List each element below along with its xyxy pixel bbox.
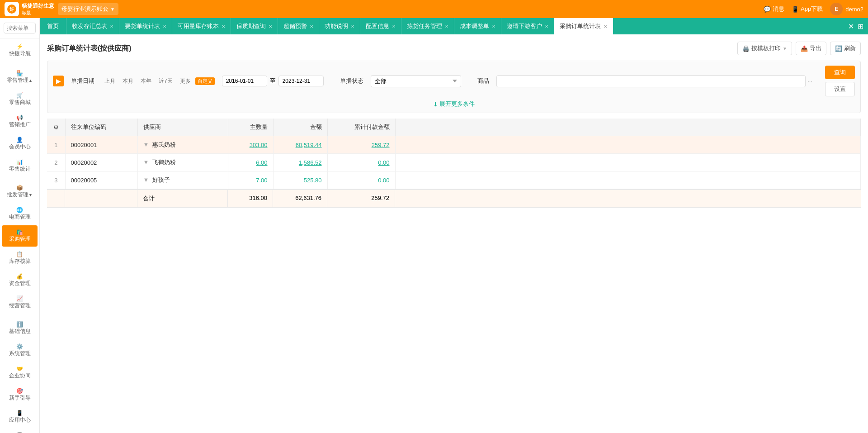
- search-input[interactable]: [4, 23, 36, 33]
- tab-home[interactable]: 首页: [40, 18, 66, 34]
- tab-purchase-close[interactable]: ✕: [604, 24, 607, 29]
- status-select[interactable]: 全部 待审核 已审核: [371, 75, 461, 87]
- tab-warranty-close[interactable]: ✕: [269, 24, 272, 29]
- cell-supplier-2: ▼ 好孩子: [137, 171, 228, 189]
- sidebar-item-inventory[interactable]: 📋 库存核算: [2, 247, 38, 269]
- sidebar-item-finance[interactable]: 💰 资金管理: [2, 270, 38, 291]
- tab-receive-close[interactable]: ✕: [110, 24, 113, 29]
- tab-invite[interactable]: 邀请下游客户 ✕: [501, 18, 554, 34]
- tab-warranty[interactable]: 保质期查询 ✕: [231, 18, 278, 34]
- supplier-expand-icon-2[interactable]: ▼: [143, 176, 149, 183]
- supplier-expand-icon-0[interactable]: ▼: [143, 141, 149, 148]
- sidebar-item-enterprise-wechat[interactable]: 💬 企业微信: [2, 428, 38, 433]
- print-icon: 🖨️: [742, 45, 750, 52]
- sidebar-item-new-guide[interactable]: 🎯 新手引导: [2, 384, 38, 405]
- workspace-label: 母婴行业演示账套: [61, 5, 108, 13]
- shortcut-7days[interactable]: 近7天: [156, 76, 175, 86]
- tab-purchase-summary[interactable]: 采购订单统计表 ✕: [554, 18, 613, 34]
- sidebar-item-purchase-mgmt[interactable]: 🛍️ 采购管理: [2, 225, 38, 247]
- tab-config-info[interactable]: 配置信息 ✕: [360, 18, 401, 34]
- footer-spacer: [395, 190, 861, 207]
- export-button[interactable]: 📤 导出: [796, 42, 826, 55]
- col-header-empty: [395, 119, 861, 136]
- cell-code-1: 00020002: [65, 154, 137, 171]
- top-bar-right: 💬 消息 📱 App下载 E demo2: [764, 3, 863, 15]
- sidebar-item-wholesale[interactable]: 📦 批发管理 ▼: [2, 181, 38, 202]
- tab-requisition-close[interactable]: ✕: [163, 24, 166, 29]
- tab-function-close[interactable]: ✕: [351, 24, 354, 29]
- nav-close-icon[interactable]: ✕: [848, 22, 854, 31]
- cell-amount-2[interactable]: 525.80: [273, 171, 327, 189]
- tab-picking-close[interactable]: ✕: [445, 24, 448, 29]
- sidebar-item-sys-mgmt[interactable]: ⚙️ 系统管理: [2, 340, 38, 361]
- sidebar-item-retail-stats[interactable]: 📊 零售统计: [2, 155, 38, 176]
- sidebar-item-member-center[interactable]: 👤 会员中心: [2, 133, 38, 154]
- expand-button[interactable]: ⬇ 展开更多条件: [433, 100, 475, 108]
- purchase-icon: 🛍️: [4, 229, 36, 235]
- ecommerce-icon: 🌐: [4, 207, 36, 213]
- gear-icon[interactable]: ⚙: [53, 124, 59, 131]
- custom-date-badge[interactable]: 自定义: [195, 77, 215, 85]
- col-header-supplier: 供应商: [137, 119, 228, 136]
- date-to-input[interactable]: [278, 76, 324, 86]
- cell-amount-0[interactable]: 60,519.44: [273, 136, 327, 154]
- inventory-icon: 📋: [4, 251, 36, 257]
- tab-available-label: 可用量库存账本: [178, 22, 219, 30]
- shortcut-this-year[interactable]: 本年: [138, 76, 154, 86]
- tab-cost-close[interactable]: ✕: [492, 24, 495, 29]
- tab-purchase-label: 采购订单统计表: [560, 22, 601, 30]
- tab-function-desc[interactable]: 功能说明 ✕: [319, 18, 360, 34]
- tab-invite-label: 邀请下游客户: [507, 22, 542, 30]
- sidebar-item-retail-mall[interactable]: 🛒 零售商城: [2, 89, 38, 110]
- sidebar-item-enterprise-collab[interactable]: 🤝 企业协同: [2, 362, 38, 383]
- cell-paid-2[interactable]: 0.00: [327, 171, 395, 189]
- message-btn[interactable]: 💬 消息: [764, 5, 784, 13]
- tab-invite-close[interactable]: ✕: [545, 24, 548, 29]
- sidebar-item-retail-mgmt[interactable]: 🏪 零售管理 ▲: [2, 67, 38, 88]
- print-button[interactable]: 🖨️ 按模板打印 ▼: [737, 42, 792, 55]
- cell-empty-1: [395, 154, 861, 171]
- cell-amount-1[interactable]: 1,586.52: [273, 154, 327, 171]
- sidebar-item-basic-info[interactable]: ℹ️ 基础信息: [2, 318, 38, 339]
- date-from-input[interactable]: [222, 76, 267, 86]
- avatar: E: [830, 3, 843, 15]
- app-download-btn[interactable]: 📱 App下载: [792, 5, 823, 13]
- tab-config-close[interactable]: ✕: [392, 24, 396, 29]
- tab-requisition[interactable]: 要货单统计表 ✕: [119, 18, 172, 34]
- svg-text:好: 好: [9, 7, 14, 12]
- user-avatar[interactable]: E demo2: [830, 3, 863, 15]
- refresh-button[interactable]: 🔄 刷新: [830, 42, 861, 55]
- goods-input[interactable]: [496, 75, 806, 87]
- tab-picking-task[interactable]: 拣货任务管理 ✕: [401, 18, 454, 34]
- logo-icon: 好: [5, 2, 19, 16]
- table-container: ⚙ 往来单位编码 供应商 主数量 金额 累计付款金额: [47, 119, 861, 426]
- tab-overstock[interactable]: 超储预警 ✕: [278, 18, 319, 34]
- cell-qty-0[interactable]: 303.00: [228, 136, 273, 154]
- page-title-bar: 采购订单统计表(按供应商) 🖨️ 按模板打印 ▼ 📤 导出 🔄: [47, 42, 861, 55]
- tab-available-inventory[interactable]: 可用量库存账本 ✕: [172, 18, 231, 34]
- supplier-expand-icon-1[interactable]: ▼: [143, 159, 149, 166]
- shortcut-last-month[interactable]: 上月: [102, 76, 118, 86]
- filter-toggle-button[interactable]: ▶: [53, 76, 64, 86]
- tab-receive-summary[interactable]: 收发存汇总表 ✕: [66, 18, 119, 34]
- cell-qty-2[interactable]: 7.00: [228, 171, 273, 189]
- workspace-selector[interactable]: 母婴行业演示账套 ▼: [58, 3, 118, 15]
- cell-paid-0[interactable]: 259.72: [327, 136, 395, 154]
- sidebar-item-marketing[interactable]: 📢 营销推广: [2, 111, 38, 132]
- sidebar-item-quick-nav[interactable]: ⚡ 快捷导航: [2, 39, 38, 62]
- cell-paid-1[interactable]: 0.00: [327, 154, 395, 171]
- tab-available-close[interactable]: ✕: [222, 24, 225, 29]
- sidebar-item-ops[interactable]: 📈 经营管理: [2, 292, 38, 313]
- sidebar-item-ecommerce[interactable]: 🌐 电商管理: [2, 203, 38, 224]
- filter-bar: ▶ 单据日期 上月 本月 本年 近7天 更多 自定义: [47, 61, 861, 113]
- settings-button[interactable]: 设置: [825, 82, 855, 96]
- shortcut-this-month[interactable]: 本月: [120, 76, 136, 86]
- nav-expand-icon[interactable]: ⊞: [858, 22, 863, 31]
- tab-cost-adjust[interactable]: 成本调整单 ✕: [454, 18, 501, 34]
- tab-overstock-close[interactable]: ✕: [310, 24, 313, 29]
- cell-qty-1[interactable]: 6.00: [228, 154, 273, 171]
- query-button[interactable]: 查询: [825, 66, 855, 79]
- sidebar-item-app-center[interactable]: 📱 应用中心: [2, 406, 38, 428]
- goods-more-btn[interactable]: ···: [807, 78, 812, 85]
- shortcut-more[interactable]: 更多: [177, 76, 193, 86]
